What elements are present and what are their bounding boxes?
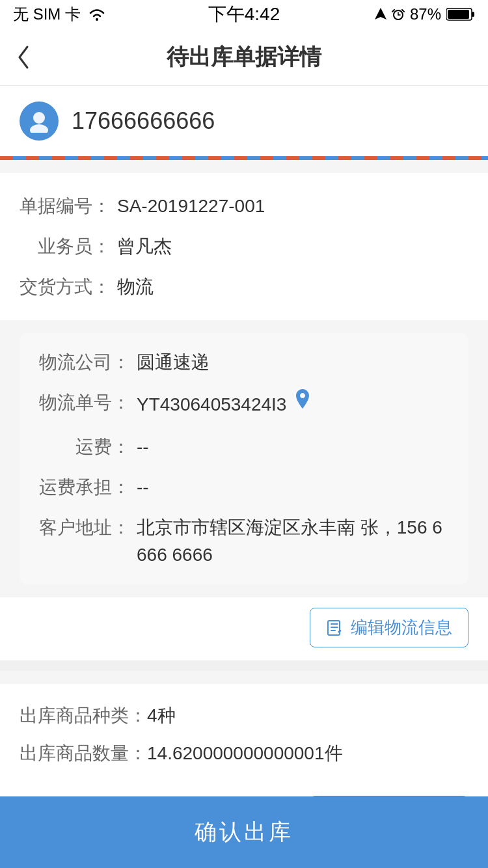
goods-quantity-label: 出库商品数量：	[20, 741, 147, 766]
edit-logistics-button[interactable]: 编辑物流信息	[310, 608, 468, 647]
sales-person-value: 曾凡杰	[117, 233, 468, 260]
svg-point-8	[30, 124, 48, 133]
page-title: 待出库单据详情	[167, 42, 321, 72]
address-value: 北京市市辖区海淀区永丰南 张，156 6666 6666	[137, 514, 449, 569]
svg-rect-5	[472, 12, 474, 17]
logistics-box: 物流公司： 圆通速递 物流单号： YT43064053424I3 运费： -- …	[20, 333, 468, 584]
goods-type-label: 出库商品种类：	[20, 703, 147, 728]
document-number-row: 单据编号： SA-20191227-001	[20, 193, 468, 220]
goods-type-value: 4种	[147, 703, 468, 728]
nav-bar: 待出库单据详情	[0, 29, 488, 86]
goods-quantity-row: 出库商品数量： 14.620000000000001件	[20, 741, 468, 766]
sales-person-row: 业务员： 曾凡杰	[20, 233, 468, 260]
tracking-number-row: 物流单号： YT43064053424I3	[39, 389, 449, 420]
goods-section: 出库商品种类： 4种 出库商品数量： 14.620000000000001件	[0, 684, 488, 785]
back-button[interactable]	[16, 44, 31, 70]
battery-label: 87%	[410, 5, 441, 23]
status-bar-left: 无 SIM 卡	[13, 4, 107, 25]
document-number-label: 单据编号：	[20, 193, 111, 220]
document-number-value: SA-20191227-001	[117, 193, 468, 220]
freight-value: --	[137, 433, 449, 461]
svg-rect-6	[448, 10, 469, 19]
goods-type-row: 出库商品种类： 4种	[20, 703, 468, 728]
status-bar-right: 87%	[375, 5, 475, 23]
freight-row: 运费： --	[39, 433, 449, 461]
confirm-button-label: 确认出库	[195, 817, 293, 847]
dashed-divider	[0, 156, 488, 160]
tracking-number-value: YT43064053424I3	[137, 389, 449, 420]
freight-bearer-row: 运费承担： --	[39, 474, 449, 501]
goods-quantity-value: 14.620000000000001件	[147, 741, 468, 766]
logistics-company-row: 物流公司： 圆通速递	[39, 349, 449, 376]
delivery-method-value: 物流	[117, 273, 468, 301]
tracking-number-label: 物流单号：	[39, 389, 130, 416]
logistics-company-value: 圆通速递	[137, 349, 449, 376]
status-bar-time: 下午4:42	[208, 2, 280, 27]
edit-logistics-button-row: 编辑物流信息	[0, 597, 488, 660]
svg-point-7	[33, 112, 45, 124]
tracking-location-icon[interactable]	[293, 389, 312, 420]
freight-bearer-label: 运费承担：	[39, 474, 130, 501]
location-status-icon	[375, 8, 386, 21]
status-bar: 无 SIM 卡 下午4:42 87%	[0, 0, 488, 29]
delivery-method-row: 交货方式： 物流	[20, 273, 468, 301]
edit-logistics-label: 编辑物流信息	[351, 616, 452, 639]
customer-avatar	[20, 102, 59, 141]
freight-bearer-value: --	[137, 474, 449, 501]
carrier-label: 无 SIM 卡	[13, 4, 81, 25]
sales-person-label: 业务员：	[20, 233, 111, 260]
delivery-method-label: 交货方式：	[20, 273, 111, 301]
section-divider-1	[0, 660, 488, 671]
avatar-icon	[27, 109, 51, 133]
freight-label: 运费：	[39, 433, 130, 461]
edit-icon	[326, 619, 344, 637]
wifi-icon	[87, 7, 107, 21]
address-label: 客户地址：	[39, 514, 130, 541]
order-info-section: 单据编号： SA-20191227-001 业务员： 曾凡杰 交货方式： 物流	[0, 173, 488, 320]
customer-header: 17666666666	[0, 86, 488, 156]
battery-icon	[446, 7, 475, 21]
alarm-icon	[392, 8, 405, 21]
svg-point-0	[96, 18, 98, 21]
confirm-button-area[interactable]: 确认出库	[0, 796, 488, 868]
address-row: 客户地址： 北京市市辖区海淀区永丰南 张，156 6666 6666	[39, 514, 449, 569]
customer-phone: 17666666666	[72, 107, 215, 135]
logistics-company-label: 物流公司：	[39, 349, 130, 376]
